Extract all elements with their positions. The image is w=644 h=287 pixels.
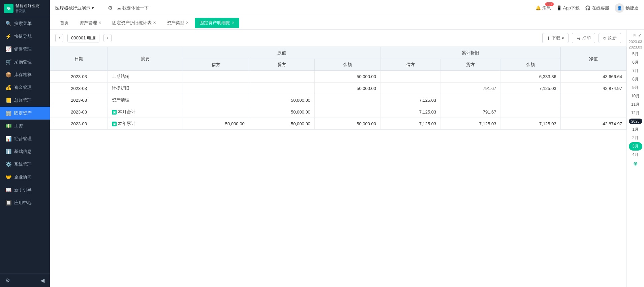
tab-asset-detail-close[interactable]: ✕ — [232, 21, 235, 25]
month-item[interactable]: 7月 — [629, 67, 642, 75]
row-net-value — [560, 106, 626, 118]
logo-text: 畅捷通好业财 普及版 — [16, 3, 40, 13]
customer-service-button[interactable]: 🎧 在线客服 — [585, 5, 609, 11]
toolbar-actions: ⬇ 下载 ▾ 🖨 打印 ↻ 刷新 — [542, 33, 621, 43]
user-avatar[interactable]: 👤 畅捷通 — [615, 3, 639, 13]
logo-icon: 畅 — [4, 4, 13, 13]
month-item[interactable]: 10月 — [629, 92, 642, 100]
sidebar-item-guide[interactable]: 📖 新手引导 — [0, 184, 50, 196]
sidebar-logo: 畅 畅捷通好业财 普及版 — [0, 0, 50, 17]
row-date: 2023-03 — [50, 94, 108, 106]
tab-asset-mgmt-close[interactable]: ✕ — [98, 21, 101, 25]
purchase-icon: 🛒 — [5, 59, 11, 65]
table-row: 2023-03 上期结转 50,000.00 6,333.36 43,666.6… — [50, 71, 626, 83]
refresh-button[interactable]: ↻ 刷新 — [599, 33, 621, 43]
tab-depreciation-stat[interactable]: 固定资产折旧统计表 ✕ — [108, 18, 161, 28]
month-item[interactable]: 3月 — [629, 142, 642, 151]
avatar: 👤 — [615, 3, 624, 13]
app-center-icon: 🔲 — [5, 200, 11, 206]
row-orig-credit: 50,000.00 — [249, 94, 314, 106]
row-dep-balance: 7,125.03 — [500, 118, 560, 130]
sidebar-item-basic-info[interactable]: ℹ️ 基础信息 — [0, 145, 50, 158]
row-dep-balance: 7,125.03 — [500, 83, 560, 94]
content-area: ‹ 000001 电脑 › ⬇ 下载 ▾ 🖨 打印 ↻ 刷新 — [50, 30, 644, 287]
download-dropdown-icon: ▾ — [562, 36, 564, 41]
panel-close-icon[interactable]: ✕ — [633, 32, 637, 38]
tab-asset-type-close[interactable]: ✕ — [186, 21, 189, 25]
sidebar-item-purchase[interactable]: 🛒 采购管理 — [0, 56, 50, 68]
print-button[interactable]: 🖨 打印 — [572, 33, 595, 43]
month-item[interactable]: 6月 — [629, 58, 642, 67]
month-item[interactable]: 9月 — [629, 84, 642, 92]
row-net-value: 42,874.97 — [560, 118, 626, 130]
asset-toolbar: ‹ 000001 电脑 › ⬇ 下载 ▾ 🖨 打印 ↻ 刷新 — [50, 30, 626, 47]
sidebar-item-fixed-assets[interactable]: 🏢 固定资产 — [0, 107, 50, 120]
sidebar-item-quick-nav[interactable]: ⚡ 快捷导航 — [0, 30, 50, 43]
sidebar-item-payroll[interactable]: 💵 工资 — [0, 120, 50, 132]
row-orig-debit: 50,000.00 — [183, 118, 249, 130]
next-asset-button[interactable]: › — [103, 34, 112, 42]
month-item[interactable]: 4月 — [629, 151, 642, 159]
cloud-icon: ☁ — [117, 5, 121, 10]
panel-nav-down-icon[interactable]: ⊕ — [633, 160, 638, 167]
tab-asset-mgmt[interactable]: 资产管理 ✕ — [75, 18, 106, 28]
tab-home[interactable]: 首页 — [55, 18, 73, 28]
sidebar-item-capital[interactable]: 💰 资金管理 — [0, 81, 50, 94]
experience-button[interactable]: ☁ 我要体验一下 — [117, 5, 149, 11]
main-content: 医疗器械行业演示 ▾ ⚙ ☁ 我要体验一下 🔔 消息 99+ 📱 App下载 🎧… — [50, 0, 644, 287]
year-label-top: 2023.03 — [629, 40, 642, 44]
print-icon: 🖨 — [576, 36, 581, 41]
row-summary: 资产清理 — [108, 94, 183, 106]
inventory-icon: 📦 — [5, 72, 11, 78]
tab-asset-detail[interactable]: 固定资产明细账 ✕ — [195, 18, 239, 28]
month-item[interactable]: 12月 — [629, 109, 642, 117]
company-name: 医疗器械行业演示 — [55, 5, 90, 11]
table-area: ‹ 000001 电脑 › ⬇ 下载 ▾ 🖨 打印 ↻ 刷新 — [50, 30, 626, 287]
year-tag: 2023 — [629, 119, 642, 124]
month-item[interactable]: 5月 — [629, 50, 642, 58]
row-dep-credit — [440, 94, 500, 106]
collapse-icon[interactable]: ◀ — [40, 277, 44, 284]
tab-depreciation-stat-close[interactable]: ✕ — [153, 21, 156, 25]
company-selector[interactable]: 医疗器械行业演示 ▾ — [55, 5, 94, 11]
row-dep-balance — [500, 106, 560, 118]
download-icon: ⬇ — [547, 36, 550, 41]
sidebar-item-search[interactable]: 🔍 搜索菜单 — [0, 17, 50, 30]
sidebar-item-operations[interactable]: 📊 经营管理 — [0, 132, 50, 145]
row-dep-debit: 7,125.03 — [380, 94, 440, 106]
row-net-value: 42,874.97 — [560, 83, 626, 94]
table-row: 2023-03 计提折旧 50,000.00 791.67 7,125.03 4… — [50, 83, 626, 94]
sidebar-item-ledger[interactable]: 📒 总账管理 — [0, 94, 50, 107]
row-dep-debit — [380, 71, 440, 83]
sidebar-item-app-center[interactable]: 🔲 应用中心 — [0, 196, 50, 209]
sidebar: 畅 畅捷通好业财 普及版 🔍 搜索菜单 ⚡ 快捷导航 📈 销售管理 🛒 采购管理… — [0, 0, 50, 287]
topbar-divider — [101, 5, 101, 11]
row-orig-debit — [183, 106, 249, 118]
sidebar-item-inventory[interactable]: 📦 库存核算 — [0, 68, 50, 81]
topbar-settings-icon[interactable]: ⚙ — [108, 5, 113, 11]
row-date: 2023-03 — [50, 83, 108, 94]
row-orig-debit — [183, 71, 249, 83]
month-item[interactable]: 11月 — [629, 100, 642, 109]
basic-info-icon: ℹ️ — [5, 149, 11, 155]
download-button[interactable]: ⬇ 下载 ▾ — [542, 33, 569, 43]
sidebar-item-sales[interactable]: 📈 销售管理 — [0, 43, 50, 56]
month-item[interactable]: 2月 — [629, 134, 642, 142]
row-orig-debit — [183, 83, 249, 94]
panel-expand-icon[interactable]: ⤢ — [638, 32, 642, 38]
sidebar-item-enterprise[interactable]: 🤝 企业协同 — [0, 171, 50, 184]
settings-bottom-icon[interactable]: ⚙ — [5, 277, 10, 284]
sidebar-item-sys-mgmt[interactable]: ⚙️ 系统管理 — [0, 158, 50, 171]
right-panel: ✕ ⤢ 2023.03 2023.03 5月6月7月8月9月10月11月12月 … — [626, 30, 644, 287]
row-orig-debit — [183, 94, 249, 106]
table-row: 2023-03 ▣ 本月合计 50,000.00 7,125.03 791.67 — [50, 106, 626, 118]
app-download-button[interactable]: 📱 App下载 — [556, 5, 580, 11]
col-header-accumulated-dep: 累计折旧 — [380, 47, 561, 59]
notifications-button[interactable]: 🔔 消息 99+ — [535, 5, 551, 11]
row-dep-debit: 7,125.03 — [380, 118, 440, 130]
asset-detail-table: 日期 摘要 原值 累计折旧 净值 借方 贷方 余额 借方 贷方 余额 — [50, 47, 626, 130]
tab-asset-type[interactable]: 资产类型 ✕ — [162, 18, 193, 28]
month-item[interactable]: 8月 — [629, 75, 642, 84]
prev-asset-button[interactable]: ‹ — [55, 34, 63, 42]
month-item[interactable]: 1月 — [629, 125, 642, 134]
